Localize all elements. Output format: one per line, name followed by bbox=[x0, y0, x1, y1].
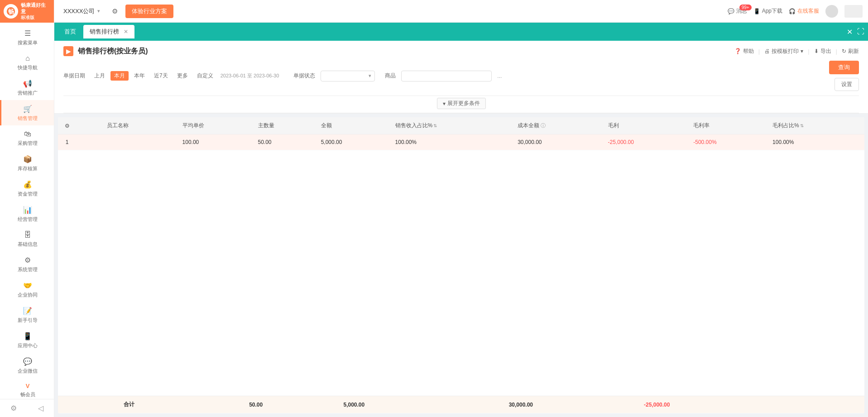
col-sales-pct[interactable]: 销售收入占比%⇅ bbox=[390, 117, 513, 134]
topbar-right: 💬 消息 99+ 📱 App下载 🎧 在线客服 bbox=[728, 5, 863, 18]
sidebar-item-member[interactable]: V 畅会员 bbox=[0, 378, 54, 399]
search-menu-icon: ☰ bbox=[24, 29, 31, 38]
refresh-btn[interactable]: ↻ 刷新 bbox=[842, 48, 859, 55]
table-area: ⚙ 员工名称 平均单价 主数量 全额 销售收入占比%⇅ 成本全额ⓘ bbox=[58, 117, 864, 413]
export-icon: ⬇ bbox=[814, 48, 819, 54]
sidebar-item-operation[interactable]: 📊 经营管理 bbox=[0, 201, 54, 226]
row-cost: 30,000.00 bbox=[512, 134, 602, 150]
tab-home[interactable]: 首页 bbox=[58, 25, 82, 38]
phone-icon: 📱 bbox=[753, 8, 760, 14]
logo-icon: 畅 bbox=[4, 4, 18, 19]
logo-text-line2: 标准版 bbox=[21, 14, 50, 21]
sidebar-logo: 畅 畅康通好生意 标准版 bbox=[0, 0, 54, 23]
sales-icon: 🛒 bbox=[23, 105, 32, 113]
help-icon[interactable]: ⓘ bbox=[541, 123, 546, 128]
print-chevron-icon: ▾ bbox=[801, 48, 803, 54]
sidebar-item-wechat[interactable]: 💬 企业微信 bbox=[0, 353, 54, 378]
goods-input[interactable] bbox=[401, 71, 492, 81]
topbar-settings-btn[interactable]: ⚙ bbox=[108, 5, 121, 18]
sidebar-item-collab[interactable]: 🤝 企业协同 bbox=[0, 277, 54, 302]
print-btn[interactable]: 🖨 按模板打印 ▾ bbox=[764, 48, 803, 55]
footer-amount: 5,000.00 bbox=[338, 396, 461, 413]
wechat-icon: 💬 bbox=[23, 357, 32, 366]
col-settings[interactable]: ⚙ bbox=[58, 117, 76, 134]
tab-sales-rank[interactable]: 销售排行榜 ✕ bbox=[83, 25, 134, 38]
company-selector[interactable]: XXXXX公司 ▾ bbox=[60, 5, 104, 17]
home-icon: ⌂ bbox=[25, 54, 30, 62]
goods-label: 商品 bbox=[385, 72, 396, 80]
row-rank-num: 1 bbox=[58, 134, 76, 150]
expand-arrow-btn[interactable]: ▶ bbox=[63, 46, 73, 56]
divider2: | bbox=[808, 48, 809, 55]
date-tab-custom[interactable]: 自定义 bbox=[193, 71, 217, 81]
sidebar-item-apps[interactable]: 📱 应用中心 bbox=[0, 327, 54, 353]
tab-close-all-icon[interactable]: ✕ bbox=[847, 28, 853, 36]
table-header: ⚙ 员工名称 平均单价 主数量 全额 销售收入占比%⇅ 成本全额ⓘ bbox=[58, 117, 864, 134]
refresh-icon: ↻ bbox=[842, 48, 846, 54]
sidebar-item-quick-nav[interactable]: ⌂ 快捷导航 bbox=[0, 50, 54, 75]
topbar: XXXXX公司 ▾ ⚙ 体验行业方案 💬 消息 99+ 📱 App下载 🎧 在线… bbox=[54, 0, 868, 23]
marketing-icon: 📢 bbox=[23, 79, 32, 88]
page-content: ▶ 销售排行榜(按业务员) ❓ 帮助 | 🖨 按模板打印 ▾ | bbox=[54, 41, 868, 417]
topbar-app-btn[interactable]: 📱 App下载 bbox=[753, 7, 782, 15]
row-profit-rate: -500.00% bbox=[688, 134, 767, 150]
expand-conditions-btn[interactable]: ▾ 展开更多条件 bbox=[437, 98, 486, 109]
logo-text-line1: 畅康通好生意 bbox=[21, 2, 50, 15]
query-button[interactable]: 查询 bbox=[829, 61, 859, 74]
sidebar-item-label: 快捷导航 bbox=[18, 64, 38, 71]
sidebar-item-inventory[interactable]: 📦 库存核算 bbox=[0, 150, 54, 176]
sidebar-item-label: 企业协同 bbox=[18, 292, 38, 298]
sidebar-item-basic[interactable]: 🗄 基础信息 bbox=[0, 226, 54, 251]
sidebar-collapse-btn[interactable]: ◁ bbox=[38, 404, 43, 412]
company-name: XXXXX公司 bbox=[63, 7, 95, 15]
expand-label: 展开更多条件 bbox=[447, 100, 480, 107]
row-name bbox=[101, 134, 177, 150]
col-cost: 成本全额ⓘ bbox=[512, 117, 602, 134]
tab-home-label: 首页 bbox=[64, 28, 76, 36]
date-tab-this-month[interactable]: 本月 bbox=[110, 71, 129, 81]
help-btn[interactable]: ❓ 帮助 bbox=[734, 48, 754, 55]
main-area: XXXXX公司 ▾ ⚙ 体验行业方案 💬 消息 99+ 📱 App下载 🎧 在线… bbox=[54, 0, 868, 417]
sidebar-item-label: 销售管理 bbox=[18, 115, 38, 122]
tab-close-icon[interactable]: ✕ bbox=[124, 29, 128, 35]
user-avatar[interactable] bbox=[825, 5, 838, 18]
trial-button[interactable]: 体验行业方案 bbox=[125, 5, 173, 18]
filter-bar: 单据日期 上月 本月 本年 近7天 更多 自定义 2023-06-01 至 20… bbox=[63, 61, 859, 96]
footer-qty: 50.00 bbox=[244, 396, 338, 413]
tabbar-right: ✕ ⛶ bbox=[847, 28, 864, 36]
sidebar-item-purchase[interactable]: 🛍 采购管理 bbox=[0, 125, 54, 150]
date-tab-last-month[interactable]: 上月 bbox=[91, 71, 109, 81]
date-tab-more[interactable]: 更多 bbox=[173, 71, 192, 81]
service-label: 在线客服 bbox=[797, 7, 819, 15]
sidebar-item-guide[interactable]: 📝 新手引导 bbox=[0, 302, 54, 327]
col-rank bbox=[76, 117, 101, 134]
sidebar-item-search[interactable]: ☰ 搜索菜单 bbox=[0, 24, 54, 50]
sidebar-bottom: ⚙ ◁ bbox=[0, 399, 54, 417]
col-profit-pct[interactable]: 毛利占比%⇅ bbox=[767, 117, 864, 134]
sidebar-item-sales[interactable]: 🛒 销售管理 bbox=[0, 100, 54, 125]
apps-icon: 📱 bbox=[23, 332, 32, 340]
tab-maximize-icon[interactable]: ⛶ bbox=[857, 28, 864, 36]
topbar-message-btn[interactable]: 💬 消息 99+ bbox=[728, 7, 747, 15]
sidebar-item-label: 经营管理 bbox=[18, 216, 38, 223]
sort-icon2: ⇅ bbox=[800, 123, 804, 128]
message-icon: 💬 bbox=[728, 8, 734, 14]
more-filter-btn[interactable]: ... bbox=[497, 73, 502, 79]
sidebar-item-system[interactable]: ⚙ 系统管理 bbox=[0, 251, 54, 277]
settings-button[interactable]: 设置 bbox=[834, 78, 859, 91]
filter-row: 单据日期 上月 本月 本年 近7天 更多 自定义 2023-06-01 至 20… bbox=[63, 61, 859, 91]
topbar-service-btn[interactable]: 🎧 在线客服 bbox=[789, 7, 819, 15]
date-tab-7days[interactable]: 近7天 bbox=[150, 71, 172, 81]
sidebar-item-finance[interactable]: 💰 资金管理 bbox=[0, 176, 54, 201]
export-btn[interactable]: ⬇ 导出 bbox=[814, 48, 831, 55]
table-row: 1 100.00 50.00 5,000.00 100.00% 30,000.0… bbox=[58, 134, 864, 150]
divider: | bbox=[758, 48, 760, 55]
sidebar-settings-btn[interactable]: ⚙ bbox=[10, 404, 17, 412]
col-qty: 主数量 bbox=[253, 117, 316, 134]
date-tab-this-year[interactable]: 本年 bbox=[130, 71, 149, 81]
sidebar-item-label: 营销推广 bbox=[18, 90, 38, 96]
data-table: ⚙ 员工名称 平均单价 主数量 全额 销售收入占比%⇅ 成本全额ⓘ bbox=[58, 117, 864, 150]
sidebar-item-marketing[interactable]: 📢 营销推广 bbox=[0, 75, 54, 100]
sidebar-item-label: 搜索菜单 bbox=[18, 39, 38, 46]
status-select[interactable] bbox=[321, 71, 375, 81]
